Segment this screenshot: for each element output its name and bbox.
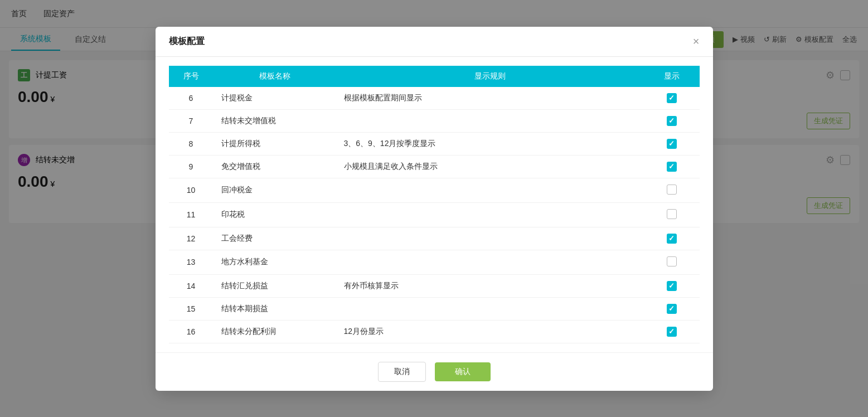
row-rule: 3、6、9、12月按季度显示 <box>336 132 644 155</box>
table-header: 序号 模板名称 显示规则 显示 <box>169 66 700 87</box>
row-checkbox[interactable] <box>667 162 677 172</box>
row-checkbox-cell <box>644 274 700 297</box>
row-rule <box>336 227 644 250</box>
row-no: 9 <box>169 155 214 178</box>
row-checkbox-cell <box>644 132 700 155</box>
modal-body: 序号 模板名称 显示规则 显示 6计提税金根据模板配置期间显示7结转未交增值税8… <box>156 57 713 352</box>
row-checkbox[interactable] <box>667 281 677 291</box>
row-no: 16 <box>169 320 214 343</box>
row-name: 工会经费 <box>214 227 336 250</box>
row-no: 8 <box>169 132 214 155</box>
row-name: 结转本期损益 <box>214 297 336 320</box>
row-name: 计提税金 <box>214 87 336 110</box>
row-no: 6 <box>169 87 214 110</box>
cancel-button[interactable]: 取消 <box>378 362 426 382</box>
row-rule <box>336 109 644 132</box>
table-row: 12工会经费 <box>169 227 700 250</box>
row-checkbox[interactable] <box>667 234 677 244</box>
row-checkbox[interactable] <box>667 304 677 314</box>
row-rule: 有外币核算显示 <box>336 274 644 297</box>
row-checkbox[interactable] <box>667 93 677 103</box>
row-checkbox[interactable] <box>667 209 677 219</box>
row-checkbox-cell <box>644 250 700 274</box>
table-row: 10回冲税金 <box>169 178 700 202</box>
col-header-name: 模板名称 <box>214 66 336 87</box>
table-row: 15结转本期损益 <box>169 297 700 320</box>
row-name: 计提所得税 <box>214 132 336 155</box>
row-rule <box>336 250 644 274</box>
table-body: 6计提税金根据模板配置期间显示7结转未交增值税8计提所得税3、6、9、12月按季… <box>169 87 700 343</box>
row-no: 7 <box>169 109 214 132</box>
row-checkbox[interactable] <box>667 327 677 337</box>
col-header-show: 显示 <box>644 66 700 87</box>
row-checkbox[interactable] <box>667 139 677 149</box>
row-name: 印花税 <box>214 202 336 227</box>
row-rule <box>336 178 644 202</box>
row-no: 11 <box>169 202 214 227</box>
row-checkbox-cell <box>644 155 700 178</box>
row-name: 结转未分配利润 <box>214 320 336 343</box>
row-checkbox[interactable] <box>667 116 677 126</box>
row-checkbox-cell <box>644 202 700 227</box>
row-checkbox-cell <box>644 109 700 132</box>
modal-close-button[interactable]: × <box>693 36 700 47</box>
table-row: 16结转未分配利润12月份显示 <box>169 320 700 343</box>
modal-header: 模板配置 × <box>156 27 713 57</box>
row-no: 12 <box>169 227 214 250</box>
row-checkbox-cell <box>644 297 700 320</box>
table-row: 13地方水利基金 <box>169 250 700 274</box>
table-row: 8计提所得税3、6、9、12月按季度显示 <box>169 132 700 155</box>
table-row: 14结转汇兑损益有外币核算显示 <box>169 274 700 297</box>
modal-footer: 取消 确认 <box>156 352 713 391</box>
background-page: 首页 固定资产 系统模板 自定义结 测算金额 ▶ 视频 ↺ 刷新 ⚙ 模板配置 … <box>0 0 868 417</box>
row-checkbox-cell <box>644 227 700 250</box>
row-checkbox-cell <box>644 87 700 110</box>
template-config-modal: 模板配置 × 序号 模板名称 显示规则 显示 6计提税金根据模板配置期间 <box>156 27 713 391</box>
confirm-button[interactable]: 确认 <box>435 362 491 381</box>
row-no: 10 <box>169 178 214 202</box>
modal-title: 模板配置 <box>169 36 205 47</box>
row-no: 15 <box>169 297 214 320</box>
row-rule: 12月份显示 <box>336 320 644 343</box>
row-checkbox-cell <box>644 320 700 343</box>
row-rule: 小规模且满足收入条件显示 <box>336 155 644 178</box>
table-row: 7结转未交增值税 <box>169 109 700 132</box>
col-header-no: 序号 <box>169 66 214 87</box>
config-table: 序号 模板名称 显示规则 显示 6计提税金根据模板配置期间显示7结转未交增值税8… <box>169 66 700 343</box>
row-name: 免交增值税 <box>214 155 336 178</box>
row-rule <box>336 297 644 320</box>
row-name: 结转未交增值税 <box>214 109 336 132</box>
row-name: 回冲税金 <box>214 178 336 202</box>
table-row: 6计提税金根据模板配置期间显示 <box>169 87 700 110</box>
row-rule <box>336 202 644 227</box>
row-name: 结转汇兑损益 <box>214 274 336 297</box>
table-row: 9免交增值税小规模且满足收入条件显示 <box>169 155 700 178</box>
row-no: 14 <box>169 274 214 297</box>
row-checkbox[interactable] <box>667 185 677 195</box>
row-no: 13 <box>169 250 214 274</box>
row-rule: 根据模板配置期间显示 <box>336 87 644 110</box>
row-name: 地方水利基金 <box>214 250 336 274</box>
row-checkbox-cell <box>644 178 700 202</box>
row-checkbox[interactable] <box>667 256 677 266</box>
modal-overlay: 模板配置 × 序号 模板名称 显示规则 显示 6计提税金根据模板配置期间 <box>0 0 868 417</box>
table-row: 11印花税 <box>169 202 700 227</box>
col-header-rule: 显示规则 <box>336 66 644 87</box>
